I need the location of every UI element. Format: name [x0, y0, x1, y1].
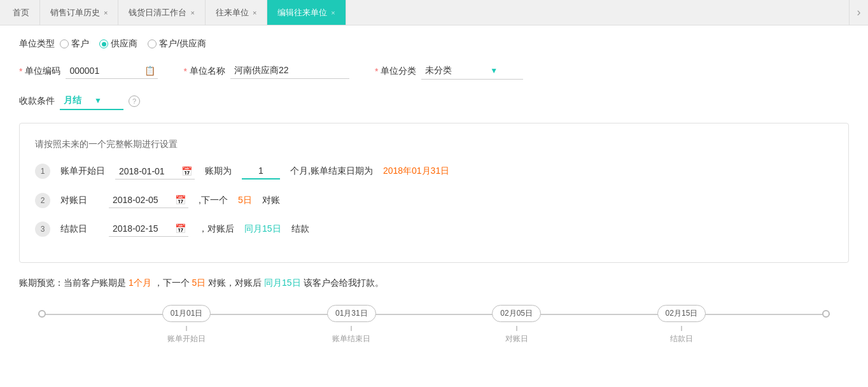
tab-edit-partner-label: 编辑往来单位 — [277, 7, 327, 18]
unit-type-group: 单位类型 客户 供应商 客户/供应商 — [19, 38, 206, 50]
unit-code-star: * — [19, 66, 22, 76]
payment-condition-label: 收款条件 — [19, 95, 55, 107]
timeline-label-3: 对账日 — [505, 334, 528, 344]
row-label-1: 账单开始日 — [60, 165, 105, 177]
preview-part2: 5日 — [192, 278, 206, 288]
radio-both-circle — [148, 39, 157, 48]
timeline-label-2: 账单结束日 — [332, 334, 370, 344]
tab-home[interactable]: 首页 — [0, 0, 40, 25]
radio-supplier-circle — [99, 39, 108, 48]
timeline-badge-4: 02月15日 — [657, 305, 706, 322]
unit-name-label: 单位名称 — [190, 66, 225, 77]
unit-name-input[interactable] — [230, 63, 349, 79]
main-content: 单位类型 客户 供应商 客户/供应商 * 单位编码 — [0, 25, 868, 387]
payment-condition-select[interactable]: 月结 ▼ — [60, 92, 123, 110]
preview-suffix: 该客户会给我打款。 — [304, 278, 384, 288]
unit-category-group: * 单位分类 未分类 ▼ — [375, 62, 523, 80]
row-num-1: 1 — [35, 164, 50, 179]
unit-code-group: * 单位编码 📋 — [19, 63, 158, 79]
tab-home-label: 首页 — [13, 7, 29, 18]
radio-both[interactable]: 客户/供应商 — [148, 38, 206, 50]
timeline-label-4: 结款日 — [670, 334, 693, 344]
payment-condition-dropdown-arrow: ▼ — [94, 96, 102, 105]
timeline-label-1: 账单开始日 — [167, 334, 206, 344]
tab-scroll-arrow[interactable]: › — [849, 0, 868, 25]
start-date-input[interactable] — [115, 164, 179, 179]
payment-condition-row: 收款条件 月结 ▼ ? — [19, 92, 849, 110]
tab-cash-desk[interactable]: 钱货日清工作台 × — [118, 0, 205, 25]
row-num-3: 3 — [35, 222, 50, 237]
preview-part3: 同月15日 — [264, 278, 301, 288]
payment-date-cal-icon[interactable]: 📅 — [172, 223, 188, 234]
reconcile-date-cal-icon[interactable]: 📅 — [172, 195, 188, 205]
row-label-3: 结款日 — [60, 223, 99, 235]
tab-sales-history[interactable]: 销售订单历史 × — [40, 0, 118, 25]
unit-code-input[interactable] — [66, 63, 142, 78]
unit-fields-row: * 单位编码 📋 * 单位名称 * 单位分类 未分类 ▼ — [19, 62, 849, 80]
help-icon-label: ? — [132, 97, 136, 105]
timeline-badge-1: 01月01日 — [162, 305, 211, 322]
timeline-wrapper: 01月01日 账单开始日 01月31日 账单结束日 02月05日 对账日 — [19, 305, 849, 344]
unit-code-label: 单位编码 — [25, 66, 60, 77]
panel-row-3: 3 结款日 📅 ，对账后 同月15日 结款 — [35, 221, 833, 237]
timeline-node-1: 01月01日 账单开始日 — [162, 305, 211, 344]
reconcile-date-input-wrap: 📅 — [109, 192, 188, 208]
help-icon[interactable]: ? — [129, 95, 140, 107]
reconcile-date-input[interactable] — [109, 192, 172, 208]
period-value-input[interactable] — [242, 163, 280, 179]
unit-type-row: 单位类型 客户 供应商 客户/供应商 — [19, 38, 849, 50]
tab-partner-unit[interactable]: 往来单位 × — [206, 0, 267, 25]
tab-sales-history-label: 销售订单历史 — [50, 7, 100, 18]
panel-description: 请按照未来的一个完整帐期进行设置 — [35, 139, 833, 150]
tab-edit-partner-close[interactable]: × — [331, 9, 335, 17]
radio-both-label: 客户/供应商 — [159, 38, 206, 50]
tab-cash-desk-label: 钱货日清工作台 — [129, 7, 186, 18]
panel-row-1: 1 账单开始日 📅 账期为 个月,账单结束日期为 2018年01月31日 — [35, 163, 833, 179]
reconcile-desc-prefix: ,下一个 — [199, 195, 228, 206]
preview-text: 账期预览：当前客户账期是 1个月 ，下一个 5日 对账，对账后 同月15日 该客… — [19, 276, 849, 290]
unit-code-input-wrap: 📋 — [66, 63, 158, 79]
payment-date-input[interactable] — [109, 221, 172, 236]
start-date-cal-icon[interactable]: 📅 — [179, 166, 195, 176]
timeline-node-2: 01月31日 账单结束日 — [327, 305, 376, 344]
tab-cash-desk-close[interactable]: × — [190, 9, 194, 17]
unit-type-label: 单位类型 — [19, 38, 55, 50]
period-end-date: 2018年01月31日 — [383, 165, 449, 177]
tab-partner-unit-label: 往来单位 — [216, 7, 249, 18]
radio-supplier[interactable]: 供应商 — [99, 38, 137, 50]
row-num-2: 2 — [35, 193, 50, 208]
timeline-node-4: 02月15日 结款日 — [657, 305, 706, 344]
radio-supplier-label: 供应商 — [111, 38, 137, 50]
payment-desc-prefix: ，对账后 — [199, 223, 234, 235]
reconcile-desc-suffix: 对账 — [262, 195, 280, 206]
radio-customer-label: 客户 — [71, 38, 89, 50]
timeline-badge-3: 02月05日 — [492, 305, 541, 322]
copy-icon[interactable]: 📋 — [142, 66, 158, 76]
reconcile-highlight: 5日 — [238, 195, 252, 206]
tab-edit-partner[interactable]: 编辑往来单位 × — [267, 0, 346, 25]
payment-condition-value: 月结 — [64, 95, 81, 106]
timeline-end-dot — [822, 310, 830, 318]
preview-sep1: ，下一个 — [154, 278, 190, 288]
tab-sales-history-close[interactable]: × — [104, 9, 108, 17]
payment-desc-suffix: 结款 — [291, 223, 309, 235]
preview-part1: 1个月 — [129, 278, 151, 288]
unit-category-dropdown-arrow: ▼ — [490, 66, 498, 75]
preview-sep2: 对账，对账后 — [208, 278, 262, 288]
unit-category-value: 未分类 — [425, 65, 452, 76]
settings-panel: 请按照未来的一个完整帐期进行设置 1 账单开始日 📅 账期为 个月,账单结束日期… — [19, 123, 849, 263]
unit-category-star: * — [375, 66, 378, 76]
timeline-badge-2: 01月31日 — [327, 305, 376, 322]
timeline-start-dot — [38, 310, 46, 318]
unit-category-select[interactable]: 未分类 ▼ — [421, 62, 523, 80]
start-date-input-wrap: 📅 — [115, 164, 195, 179]
radio-group: 客户 供应商 客户/供应商 — [60, 38, 206, 50]
radio-customer[interactable]: 客户 — [60, 38, 89, 50]
tab-partner-unit-close[interactable]: × — [253, 9, 256, 17]
period-unit: 个月,账单结束日期为 — [290, 165, 373, 177]
unit-category-label: 单位分类 — [381, 66, 416, 77]
payment-highlight: 同月15日 — [244, 223, 281, 235]
period-prefix: 账期为 — [205, 165, 232, 177]
timeline-node-3: 02月05日 对账日 — [492, 305, 541, 344]
payment-date-input-wrap: 📅 — [109, 221, 188, 237]
